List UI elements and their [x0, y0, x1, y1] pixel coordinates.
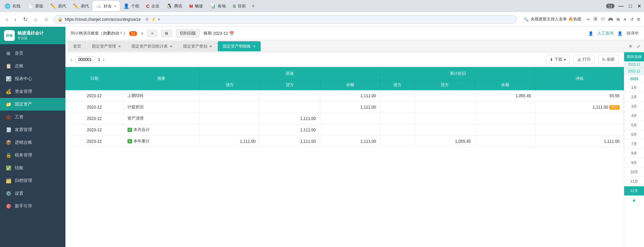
page-tab-assets-category[interactable]: 固定资产类别 ✕	[178, 41, 217, 51]
user-label[interactable]: 徐译华	[627, 30, 639, 36]
scissors-icon[interactable]: ✂	[587, 17, 590, 22]
tab-label: 易代	[81, 3, 89, 9]
sidebar-item-settings[interactable]: ⚙️ 设置	[0, 187, 65, 200]
tab-close-icon[interactable]: ✕	[209, 45, 212, 48]
refresh-button[interactable]: ↻	[21, 15, 30, 23]
sidebar-item-purchase-sales[interactable]: 📦 进销台账	[0, 136, 65, 149]
address-bar[interactable]: 🔒 https://cloud.chanjet.com/accounting/u…	[53, 15, 517, 23]
browser-tab-qiye[interactable]: C 企业	[143, 1, 163, 11]
tab-close-icon[interactable]: ✕	[118, 45, 121, 48]
prev-page-button[interactable]: ‹	[71, 57, 72, 62]
browser-tab-muqian[interactable]: S 目前	[229, 1, 249, 11]
grid-icon[interactable]: ⊞	[616, 17, 620, 22]
minimize-icon[interactable]: —	[617, 3, 625, 9]
sidebar-item-close[interactable]: ✅ 结账	[0, 162, 65, 174]
browser-tab-tengxun[interactable]: 🐧 腾讯	[163, 1, 185, 11]
cell-date: 2023-12	[66, 113, 123, 124]
page-tab-depreciation-stats[interactable]: 固定资产折旧统计表 ✕	[126, 41, 177, 51]
col-dep-debit: 借方	[380, 80, 415, 90]
calendar-icon[interactable]: 📅	[229, 31, 234, 36]
period-month-4[interactable]: 4月	[624, 111, 644, 121]
browser-tab-yidai1[interactable]: ✏️ 易代	[47, 1, 69, 11]
next-page-button[interactable]: ›	[103, 57, 105, 62]
period-year[interactable]: 2023	[624, 75, 644, 83]
print-label: 打印	[583, 57, 591, 62]
sidebar-item-funds[interactable]: 💰 资金管理	[0, 85, 65, 98]
menu-icon[interactable]: ≡	[637, 16, 640, 22]
settings-button[interactable]: ⚙	[161, 30, 172, 37]
app-version: 专业版	[17, 36, 44, 41]
help-label[interactable]: 人工咨询	[597, 30, 613, 36]
lightning-icon[interactable]: ⚡	[151, 17, 156, 22]
sidebar-item-general-ledger[interactable]: 📋 总账	[0, 60, 65, 72]
col-original-debit: 借方	[200, 80, 260, 90]
browser-tab-gedi[interactable]: 📊 各地	[207, 1, 229, 11]
close-tab-button[interactable]: ✕	[628, 43, 633, 50]
tab-label: 在线	[12, 3, 20, 9]
browser-tab-geshui[interactable]: 👤 个税	[120, 1, 143, 11]
assets-icon: 📁	[5, 102, 11, 107]
sidebar-item-reports[interactable]: 📊 报表中心	[0, 72, 65, 85]
download-button[interactable]: ⬇ 下载 ▾	[546, 55, 570, 64]
tab-close-icon[interactable]: ✕	[253, 45, 256, 48]
maximize-icon[interactable]: □	[628, 3, 633, 9]
dropdown-icon[interactable]: ▾	[158, 17, 160, 22]
cell-dep-balance	[475, 124, 535, 136]
sidebar-item-home[interactable]: ⊞ 首页	[0, 47, 65, 60]
sidebar-item-guide[interactable]: 🎯 新手引导	[0, 200, 65, 212]
page-number-input[interactable]	[75, 56, 95, 63]
period-month-12[interactable]: 12月	[624, 186, 644, 196]
page-tab-assets-mgmt[interactable]: 固定资产管理 ✕	[87, 41, 126, 51]
forward-button[interactable]: ›	[12, 16, 18, 23]
print-button[interactable]: 🖨 打印	[574, 55, 594, 64]
browser-tab-new[interactable]: 📄 新版	[24, 1, 47, 11]
tab-close-icon[interactable]: ✕	[170, 45, 172, 48]
sidebar-item-tax[interactable]: 🔒 税务管理	[0, 149, 65, 162]
page-tab-assets-detail[interactable]: 固定资产明细账 ✕	[218, 41, 261, 51]
add-account-button[interactable]: +	[147, 30, 157, 37]
period-month-1[interactable]: 1月	[624, 83, 644, 92]
sidebar-item-invoice[interactable]: 🧾 发票管理	[0, 123, 65, 136]
sidebar-item-fixed-assets[interactable]: 📁 固定资产	[0, 98, 65, 111]
bookmark-button[interactable]: ☆	[42, 15, 51, 23]
settings-icon[interactable]: ⚙	[145, 17, 149, 22]
period-month-10[interactable]: 10月	[624, 168, 644, 177]
period-month-5[interactable]: 5月	[624, 121, 644, 130]
history-icon[interactable]: ↺	[630, 17, 634, 22]
close-window-icon[interactable]: ✕	[636, 3, 643, 9]
page-tab-home[interactable]: 首页	[68, 41, 86, 51]
game-icon[interactable]: 🎮	[608, 17, 613, 22]
period-month-11[interactable]: 11月	[624, 177, 644, 186]
browser-tab-haokuai[interactable]: ☁️ 好会 ✕	[93, 1, 120, 11]
tab-label: 好会	[104, 3, 112, 9]
account-dropdown-icon[interactable]: ▾	[141, 31, 143, 36]
period-month-2[interactable]: 2月	[624, 92, 644, 102]
browser-tab-yidai2[interactable]: ✏️ 易代	[70, 1, 92, 11]
home-button[interactable]: ⌂	[32, 16, 40, 23]
expand-tab-button[interactable]: ⤢	[636, 43, 641, 50]
back-button[interactable]: ‹	[4, 16, 10, 23]
period-selected-end: 2023.12	[624, 68, 644, 75]
period-month-9[interactable]: 9月	[624, 158, 644, 168]
cell-dep-debit	[380, 90, 415, 102]
sidebar-item-payroll[interactable]: 💼 工资	[0, 111, 65, 123]
browser-tab-changjie[interactable]: M 畅捷	[186, 1, 206, 11]
switch-version-button[interactable]: 切到旧版	[176, 29, 200, 38]
col-original-balance: 余额	[320, 80, 380, 90]
sidebar-item-label: 首页	[15, 50, 23, 56]
search-bar[interactable]: 🔍 央视更新主持人名单 🔥热搜	[524, 16, 581, 22]
period-month-8[interactable]: 8月	[624, 149, 644, 158]
tab-close-icon[interactable]: ✕	[114, 4, 116, 8]
search-text: 央视更新主持人名单 🔥热搜	[531, 16, 581, 22]
refresh-button[interactable]: ↻ 刷新	[598, 55, 619, 64]
new-tab-button[interactable]: +	[250, 3, 257, 9]
scroll-up-icon[interactable]: ▲	[632, 197, 637, 202]
period-month-6[interactable]: 6月	[624, 130, 644, 139]
period-month-7[interactable]: 7月	[624, 139, 644, 149]
shield-icon[interactable]: 🛡	[601, 17, 605, 22]
browser-tab-online[interactable]: 🌐 在线	[1, 1, 24, 11]
translate-icon[interactable]: 译	[593, 16, 597, 22]
sun-icon[interactable]: ☀	[623, 17, 627, 22]
sidebar-item-archive[interactable]: 🗂️ 归档管理	[0, 174, 65, 187]
period-month-3[interactable]: 3月	[624, 102, 644, 111]
